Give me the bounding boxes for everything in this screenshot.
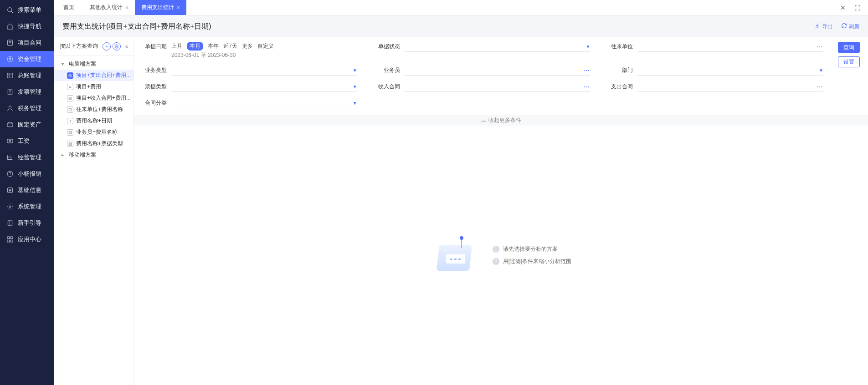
sidebar-item-invoice[interactable]: 发票管理 — [0, 84, 54, 100]
scheme-item[interactable]: ⊡往来单位+费用名称 — [54, 104, 134, 115]
partner-select[interactable]: ⋯ — [637, 42, 823, 52]
scheme-item-label: 项目+支出合同+费用... — [76, 71, 131, 79]
sidebar-item-label: 项目合同 — [18, 39, 41, 47]
tab-home[interactable]: 首页 — [54, 0, 83, 15]
scheme-group[interactable]: ▾电脑端方案 — [54, 58, 134, 70]
contract-cat-select[interactable]: ▼ — [171, 98, 357, 108]
sidebar-item-label: 系统管理 — [18, 203, 41, 211]
sidebar-item-guide[interactable]: 新手引导 — [0, 215, 54, 231]
sidebar-item-quick-nav[interactable]: 快捷导航 — [0, 18, 54, 35]
sidebar-item-fund-mgmt[interactable]: 资金管理 — [0, 51, 54, 67]
filter-billtype-label: 票据类型 — [142, 82, 167, 91]
sidebar-item-label: 税务管理 — [18, 104, 41, 112]
filter-date-label: 单据日期 — [142, 42, 167, 51]
scheme-item[interactable]: ⊞项目+收入合同+费用... — [54, 92, 134, 104]
sidebar-item-system[interactable]: 系统管理 — [0, 198, 54, 215]
sidebar-item-label: 快捷导航 — [18, 22, 41, 30]
query-label: 查询 — [843, 44, 854, 51]
sidebar-item-label: 经营管理 — [18, 153, 41, 162]
more-icon: ⋯ — [817, 83, 823, 91]
svg-rect-16 — [10, 240, 13, 242]
empty-step-1-text: 请先选择要分析的方案 — [503, 245, 558, 253]
sidebar-item-app-center[interactable]: 应用中心 — [0, 231, 54, 248]
sidebar-item-operation[interactable]: 经营管理 — [0, 149, 54, 166]
close-icon[interactable]: × — [125, 5, 128, 11]
filter-biztype-label: 业务类型 — [142, 66, 167, 74]
date-option[interactable]: 自定义 — [257, 42, 274, 50]
svg-point-11 — [9, 206, 11, 208]
export-button[interactable]: 导出 — [814, 23, 833, 30]
sidebar-item-search-menu[interactable]: 搜索菜单 — [0, 2, 54, 18]
filter-income-contract-label: 收入合同 — [375, 82, 400, 91]
setting-label: 设置 — [843, 58, 854, 66]
sidebar-item-project-contract[interactable]: 项目合同 — [0, 35, 54, 51]
sidebar-item-base-info[interactable]: 基础信息 — [0, 182, 54, 198]
caret-icon: ▸ — [62, 152, 66, 157]
add-scheme-icon[interactable]: ＋ — [103, 42, 111, 51]
collapse-filters-button[interactable]: ︽ 收起更多条件 — [134, 115, 868, 126]
status-select[interactable]: ▼ — [405, 42, 591, 52]
sidebar-item-tax[interactable]: 税务管理 — [0, 100, 54, 117]
sidebar-item-label: 工资 — [18, 137, 30, 145]
step-badge: 2 — [493, 258, 499, 265]
tab-item[interactable]: 费用支出统计× — [135, 0, 186, 15]
svg-rect-12 — [8, 220, 12, 226]
refresh-icon — [841, 23, 847, 30]
app-center-icon — [6, 236, 14, 243]
chevron-down-icon: ▼ — [353, 84, 357, 89]
biztype-select[interactable]: ▼ — [171, 66, 357, 76]
dept-select[interactable]: ▼ — [637, 66, 823, 76]
date-option[interactable]: 上月 — [171, 42, 182, 50]
sidebar-item-label: 搜索菜单 — [18, 6, 41, 14]
date-option[interactable]: 本月 — [187, 42, 203, 51]
scheme-item-icon: ⫾ — [67, 118, 73, 124]
date-option[interactable]: 近7天 — [223, 42, 237, 50]
sidebar-item-label: 发票管理 — [18, 88, 41, 96]
filter-expense-contract-label: 支出合同 — [608, 82, 633, 91]
close-all-icon[interactable]: ✕ — [838, 3, 848, 13]
scheme-tree: ▾电脑端方案◎项目+支出合同+费用...≡项目+费用⊞项目+收入合同+费用...… — [54, 56, 134, 163]
content-area: 单据日期 上月本月本年近7天更多自定义 2023-06-01 至 2023-06… — [134, 37, 868, 385]
operation-icon — [6, 154, 14, 161]
tab-item[interactable]: 其他收入统计× — [83, 0, 135, 15]
scheme-group[interactable]: ▸移动端方案 — [54, 149, 134, 161]
base-info-icon — [6, 187, 14, 194]
scheme-item-label: 费用名称+日期 — [76, 117, 112, 125]
scheme-settings-icon[interactable] — [113, 42, 121, 51]
query-button[interactable]: 查询 — [838, 42, 860, 53]
date-option[interactable]: 更多 — [242, 42, 253, 50]
sidebar-item-fixed-assets[interactable]: 固定资产 — [0, 117, 54, 133]
sidebar-item-label: 基础信息 — [18, 186, 41, 194]
billtype-select[interactable]: ▼ — [171, 82, 357, 92]
salesman-select[interactable]: ⋯ — [405, 66, 591, 76]
scheme-item-label: 业务员+费用名称 — [76, 128, 118, 136]
close-icon[interactable]: × — [177, 5, 180, 11]
more-icon: ⋯ — [817, 43, 823, 51]
project-contract-icon — [6, 39, 14, 46]
setting-button[interactable]: 设置 — [838, 56, 860, 67]
fullscreen-icon[interactable] — [853, 3, 863, 13]
scheme-item-label: 项目+收入合同+费用... — [76, 94, 131, 102]
scheme-item[interactable]: ⫾费用名称+日期 — [54, 115, 134, 127]
scheme-item-icon: ⊡ — [67, 106, 73, 113]
sidebar-item-ledger[interactable]: 总账管理 — [0, 67, 54, 84]
scheme-item[interactable]: ≡项目+费用 — [54, 81, 134, 92]
sidebar-item-reimburse[interactable]: 小畅报销 — [0, 166, 54, 182]
scheme-item[interactable]: ▥费用名称+票据类型 — [54, 138, 134, 149]
refresh-button[interactable]: 刷新 — [841, 23, 860, 30]
scheme-item[interactable]: ▤业务员+费用名称 — [54, 127, 134, 138]
filter-salesman-label: 业务员 — [375, 66, 400, 74]
filter-date: 单据日期 上月本月本年近7天更多自定义 2023-06-01 至 2023-06… — [142, 42, 357, 59]
sidebar-item-salary[interactable]: 工资 — [0, 133, 54, 149]
scheme-collapse-icon[interactable]: « — [123, 42, 131, 51]
date-option[interactable]: 本年 — [208, 42, 219, 50]
tab-label: 其他收入统计 — [90, 4, 123, 11]
expense-contract-select[interactable]: ⋯ — [637, 82, 823, 92]
sidebar-item-label: 应用中心 — [18, 235, 41, 243]
income-contract-select[interactable]: ⋯ — [405, 82, 591, 92]
page-title: 费用支出统计(项目+支出合同+费用名称+日期) — [62, 22, 211, 31]
scheme-item[interactable]: ◎项目+支出合同+费用... — [54, 70, 134, 81]
filter-contract-cat: 合同分类 ▼ — [142, 98, 357, 108]
scheme-item-label: 往来单位+费用名称 — [76, 106, 123, 113]
filter-contract-cat-label: 合同分类 — [142, 98, 167, 107]
